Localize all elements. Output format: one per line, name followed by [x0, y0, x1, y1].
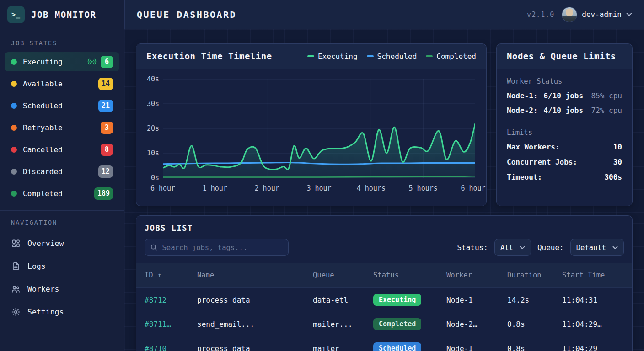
sidebar-item-executing[interactable]: Executing 6: [5, 52, 119, 71]
y-tick-label: 40s: [140, 75, 159, 83]
queue-filter-value: Default: [576, 244, 606, 252]
sidebar: JOB STATES Executing 6 Available 14 Sche…: [0, 29, 124, 351]
sidebar-item-overview[interactable]: Overview: [0, 232, 124, 255]
sidebar-item-settings[interactable]: Settings: [0, 300, 124, 323]
chart-title: Execution Time Timeline: [146, 51, 272, 61]
sidebar-item-logs[interactable]: Logs: [0, 255, 124, 277]
limit-row-max-workers: Max Workers: 10: [507, 143, 622, 151]
discarded-dot-icon: [11, 169, 17, 175]
x-tick-label: 1 hour: [203, 184, 227, 192]
job-start-time: 11:04:31: [562, 296, 632, 304]
sidebar-item-completed[interactable]: Completed 189: [5, 184, 119, 203]
job-id-link[interactable]: #8710: [145, 344, 197, 351]
nav-label: Workers: [27, 285, 59, 293]
state-label: Scheduled: [23, 101, 63, 110]
count-badge: 189: [94, 187, 113, 200]
legend-item-completed[interactable]: Completed: [426, 52, 476, 61]
column-header-name[interactable]: Name: [197, 271, 313, 279]
column-header-id[interactable]: ID ↑: [145, 271, 197, 279]
worker-jobs: 4/10 jobs: [543, 106, 583, 115]
job-name: send_email...: [197, 320, 313, 329]
y-tick-label: 0s: [140, 174, 159, 182]
app-title: JOB MONITOR: [31, 10, 96, 20]
x-tick-label: 5 hours: [409, 184, 438, 192]
table-row[interactable]: #8711… send_email... mailer... Completed…: [136, 312, 632, 336]
username: dev-admin: [582, 10, 622, 19]
document-icon: [11, 261, 21, 271]
column-header-duration[interactable]: Duration: [507, 271, 562, 279]
worker-label: Node-1:: [507, 91, 537, 100]
sidebar-item-workers[interactable]: Workers: [0, 277, 124, 300]
available-dot-icon: [11, 81, 17, 87]
count-badge: 8: [101, 144, 113, 156]
jobs-list-title: JOBS LIST: [145, 223, 624, 233]
y-tick-label: 20s: [140, 124, 159, 133]
queue-filter-select[interactable]: Default: [570, 239, 624, 256]
sidebar-item-available[interactable]: Available 14: [5, 74, 119, 93]
column-header-queue[interactable]: Queue: [313, 271, 373, 279]
limit-label: Max Workers:: [507, 143, 560, 151]
queue-filter-label: Queue:: [537, 243, 564, 252]
y-tick-label: 30s: [140, 100, 159, 108]
count-badge: 12: [98, 165, 113, 178]
state-label: Retryable: [23, 123, 63, 132]
count-badge: 14: [98, 78, 113, 90]
worker-label: Node-2:: [507, 106, 537, 115]
sidebar-item-retryable[interactable]: Retryable 3: [5, 118, 119, 137]
chart-plot: 40s30s20s10s0s: [163, 79, 475, 178]
sidebar-item-scheduled[interactable]: Scheduled 21: [5, 96, 119, 115]
job-id-link[interactable]: #8711…: [145, 320, 197, 329]
gear-icon: [11, 307, 21, 317]
job-duration: 14.2s: [507, 296, 562, 304]
worker-row-node-1: Node-1: 6/10 jobs 85% cpu: [507, 91, 622, 100]
table-row[interactable]: #8710 process_data mailer Scheduled Node…: [136, 336, 632, 351]
sidebar-divider: [0, 210, 124, 211]
job-start-time: 11:04:29…: [562, 320, 632, 329]
navigation-heading: NAVIGATION: [0, 219, 124, 226]
nav-label: Logs: [27, 262, 46, 271]
table-header: ID ↑ Name Queue Status Worker Duration S…: [136, 263, 632, 287]
nav-label: Settings: [27, 308, 64, 316]
worker-status-heading: Worker Status: [507, 77, 622, 85]
limit-label: Timeout:: [507, 173, 542, 181]
nodes-limits-card: Nodes & Queue Limits Worker Status Node-…: [496, 43, 633, 206]
nav-label: Overview: [27, 239, 64, 248]
job-id-link[interactable]: #8712: [145, 296, 197, 304]
table-row[interactable]: #8712 process_data data-etl Executing No…: [136, 287, 632, 312]
main-content: Execution Time Timeline Executing Schedu…: [124, 29, 644, 351]
user-menu[interactable]: dev-admin: [562, 7, 632, 22]
chart-legend: Executing Scheduled Completed: [307, 52, 476, 61]
sidebar-item-discarded[interactable]: Discarded 12: [5, 162, 119, 181]
timeline-chart: [163, 79, 475, 178]
column-header-worker[interactable]: Worker: [446, 271, 507, 279]
executing-dot-icon: [11, 59, 17, 65]
scheduled-dot-icon: [11, 103, 17, 109]
grid-icon: [11, 239, 21, 248]
job-duration: 0.8s: [507, 320, 562, 329]
status-badge: Scheduled: [373, 342, 421, 351]
legend-item-executing[interactable]: Executing: [307, 52, 358, 61]
job-worker: Node-1: [446, 344, 507, 351]
limit-row-concurrent-jobs: Concurrent Jobs: 30: [507, 158, 622, 166]
status-badge: Executing: [373, 294, 421, 306]
brand: >_ JOB MONITOR: [0, 0, 124, 29]
x-tick-label: 6 hours: [461, 184, 487, 192]
nodes-card-title: Nodes & Queue Limits: [507, 51, 616, 61]
app-window: >_ JOB MONITOR QUEUE DASHBOARD v2.1.0 de…: [0, 0, 644, 351]
x-tick-label: 6 hour: [150, 184, 175, 192]
status-filter-select[interactable]: All: [494, 239, 531, 256]
column-header-status[interactable]: Status: [373, 271, 446, 279]
job-queue: data-etl: [313, 296, 373, 304]
column-header-start-time[interactable]: Start Time: [562, 271, 632, 279]
sidebar-item-cancelled[interactable]: Cancelled 8: [5, 140, 119, 159]
state-label: Discarded: [23, 167, 63, 176]
status-filter-label: Status:: [457, 243, 488, 252]
x-axis-labels: 6 hour1 hour2 hour3 hour4 hours5 hours6 …: [163, 182, 475, 195]
limit-value: 300s: [604, 173, 622, 181]
status-filter-value: All: [500, 244, 513, 252]
x-tick-label: 2 hour: [255, 184, 279, 192]
legend-item-scheduled[interactable]: Scheduled: [367, 52, 417, 61]
search-input[interactable]: [162, 244, 283, 252]
legend-label: Completed: [436, 52, 476, 61]
state-label: Available: [23, 80, 63, 88]
